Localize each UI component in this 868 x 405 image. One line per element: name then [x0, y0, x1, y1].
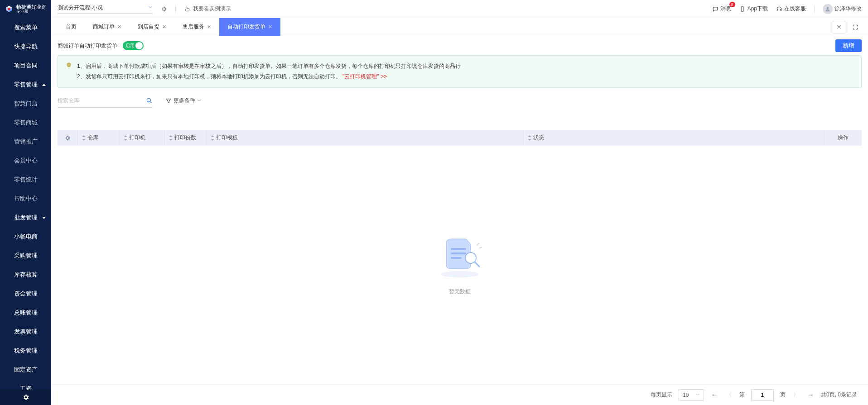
sort-icon [169, 135, 173, 141]
tab[interactable]: 到店自提✕ [130, 18, 174, 36]
prev-page-button[interactable]: 〈 [725, 391, 733, 399]
auto-print-toggle-label: 商城订单自动打印发货单 [58, 42, 117, 50]
sidebar-item[interactable]: 库存核算 [0, 265, 51, 284]
fullscreen-icon [852, 24, 858, 30]
svg-rect-5 [451, 248, 466, 250]
sidebar-item-label: 项目合同 [14, 62, 38, 70]
tip-line-1: 1、启用后，商城下单付款成功后（如果有审核是在审核之后），自动打印发货单。如果一… [77, 61, 461, 71]
sidebar-item[interactable]: 项目合同 [0, 56, 51, 75]
divider [814, 5, 815, 13]
sidebar-item-label: 库存核算 [14, 271, 38, 279]
tab-label: 自动打印发货单 [227, 23, 265, 31]
tab[interactable]: 商城订单✕ [85, 18, 130, 36]
sidebar-sub-item[interactable]: 零售统计 [0, 170, 51, 189]
org-settings-icon[interactable] [161, 6, 167, 12]
new-button[interactable]: 新增 [835, 39, 862, 52]
sidebar-item-label: 快捷导航 [14, 43, 38, 51]
app-download-button[interactable]: App下载 [739, 5, 768, 13]
table-header: 仓库 打印机 打印份数 打印模板 状态 操作 [58, 130, 862, 146]
warehouse-search-input[interactable] [58, 97, 142, 104]
online-service-button[interactable]: 在线客服 [776, 5, 806, 13]
sidebar-item-label: 零售商城 [14, 119, 38, 127]
sidebar-item[interactable]: 搜索菜单 [0, 18, 51, 37]
tab[interactable]: 售后服务✕ [174, 18, 219, 36]
toggle-state-label: 启用 [125, 43, 135, 49]
svg-point-2 [827, 7, 829, 9]
bulb-icon [65, 62, 72, 69]
sidebar-item[interactable]: 采购管理 [0, 246, 51, 265]
sidebar-item[interactable]: 快捷导航 [0, 37, 51, 56]
more-filters-button[interactable]: 更多条件 ﹀ [165, 97, 202, 105]
sidebar-item-label: 智慧门店 [14, 100, 38, 108]
message-button[interactable]: 消息 8 [712, 5, 731, 13]
demo-link-label: 我要看实例演示 [193, 5, 231, 13]
page-suffix: 页 [780, 391, 786, 399]
last-page-button[interactable]: ⇥ [806, 391, 815, 399]
tip-box: 1、启用后，商城下单付款成功后（如果有审核是在审核之后），自动打印发货单。如果一… [58, 55, 862, 88]
sidebar-item[interactable]: 工资 [0, 379, 51, 390]
per-page-select[interactable]: 10 ﹀ [679, 389, 704, 401]
fullscreen-button[interactable] [849, 21, 862, 33]
page-summary: 共0页, 0条记录 [821, 391, 857, 399]
user-menu[interactable]: 徐泽华修改 [823, 4, 862, 14]
sidebar-item[interactable]: 小畅电商 [0, 227, 51, 246]
col-printer[interactable]: 打印机 [119, 130, 164, 146]
page-input[interactable] [751, 389, 774, 401]
sidebar-item[interactable]: 税务管理 [0, 341, 51, 360]
org-selector[interactable]: 测试分开流程-小况 ﹀ [58, 4, 153, 14]
svg-point-3 [147, 98, 150, 102]
tab-bar: 首页商城订单✕到店自提✕售后服务✕自动打印发货单✕ [51, 18, 868, 36]
sidebar-sub-item[interactable]: 营销推广 [0, 132, 51, 151]
tab[interactable]: 首页 [58, 18, 85, 36]
sort-icon [211, 135, 214, 141]
headset-icon [776, 6, 782, 12]
next-page-button[interactable]: 〉 [792, 391, 800, 399]
sidebar-item-label: 固定资产 [14, 366, 38, 374]
sidebar-sub-item[interactable]: 帮助中心 [0, 189, 51, 208]
svg-rect-7 [451, 257, 462, 259]
sidebar-sub-item[interactable]: 智慧门店 [0, 94, 51, 113]
cloud-printer-link[interactable]: "云打印机管理" >> [342, 73, 387, 80]
column-settings-button[interactable] [58, 130, 77, 146]
filter-icon [165, 98, 172, 104]
empty-illustration-icon [433, 234, 487, 280]
col-warehouse[interactable]: 仓库 [77, 130, 119, 146]
col-template[interactable]: 打印模板 [206, 130, 523, 146]
demo-link[interactable]: 我要看实例演示 [184, 5, 231, 13]
col-status[interactable]: 状态 [523, 130, 825, 146]
sidebar-sub-item[interactable]: 零售商城 [0, 113, 51, 132]
per-page-label: 每页显示 [651, 391, 672, 399]
warehouse-search[interactable] [58, 94, 153, 108]
sidebar-group[interactable]: 零售管理 [0, 75, 51, 94]
sidebar-item[interactable]: 固定资产 [0, 360, 51, 379]
tab-close-all-button[interactable] [833, 21, 845, 33]
tab-close-icon[interactable]: ✕ [268, 24, 272, 30]
sidebar-item[interactable]: 发票管理 [0, 322, 51, 341]
col-copies[interactable]: 打印份数 [164, 130, 206, 146]
empty-text: 暂无数据 [449, 288, 471, 295]
tab[interactable]: 自动打印发货单✕ [219, 18, 280, 36]
brand-logo: 畅捷通好业财 专业版 [0, 0, 51, 18]
col-copies-label: 打印份数 [174, 134, 196, 142]
tab-close-icon[interactable]: ✕ [117, 24, 121, 30]
col-ops: 操作 [825, 130, 862, 146]
sidebar-sub-item[interactable]: 会员中心 [0, 151, 51, 170]
divider [175, 5, 176, 13]
sidebar-item[interactable]: 资金管理 [0, 284, 51, 303]
sidebar-item[interactable]: 总账管理 [0, 303, 51, 322]
sidebar-item-label: 工资 [20, 385, 32, 390]
message-icon [712, 6, 719, 12]
sidebar-settings[interactable] [0, 390, 51, 405]
tab-close-icon[interactable]: ✕ [207, 24, 211, 30]
sidebar-group[interactable]: 批发管理 [0, 208, 51, 227]
first-page-button[interactable]: ⇤ [710, 391, 719, 399]
sidebar-item-label: 搜索菜单 [14, 24, 38, 32]
auto-print-toggle[interactable]: 启用 [123, 41, 144, 50]
tab-label: 到店自提 [138, 23, 159, 31]
col-printer-label: 打印机 [129, 134, 145, 142]
search-icon [145, 97, 153, 104]
sidebar-item-label: 资金管理 [14, 290, 38, 298]
table: 仓库 打印机 打印份数 打印模板 状态 操作 暂无数据 [58, 130, 862, 384]
tab-close-icon[interactable]: ✕ [162, 24, 166, 30]
sidebar-item-label: 会员中心 [14, 157, 38, 165]
